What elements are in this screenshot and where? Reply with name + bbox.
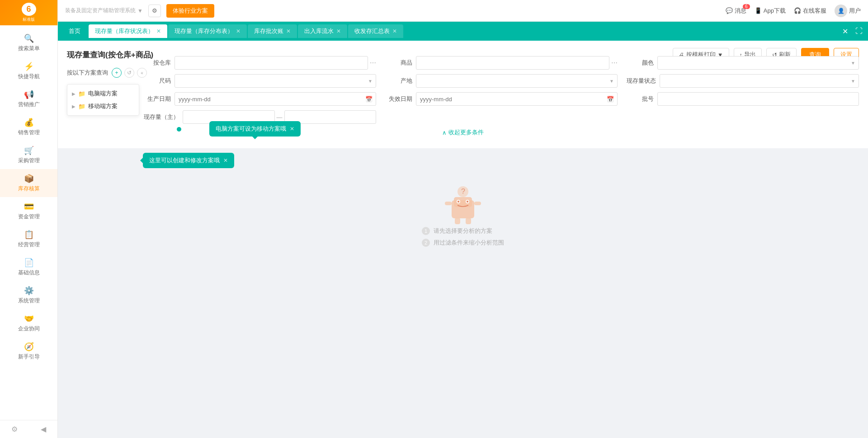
tab-close-inventory-dist[interactable]: ✕	[236, 28, 241, 34]
color-select[interactable]	[657, 56, 859, 70]
query-section: 现存量查询(按仓库+商品) 🖨 按模板打印 ▼ ↑ 导出 ↺ 刷新	[58, 41, 868, 148]
filter-main: 按仓库 ⋯ 商品 ⋯	[144, 56, 859, 124]
tab-summary[interactable]: 收发存汇总表 ✕	[348, 24, 403, 38]
filter-icon-group: + ↺ «	[112, 68, 147, 78]
tooltip2-close[interactable]: ✕	[223, 157, 228, 164]
sidebar-icon: 🤝	[24, 314, 34, 324]
expand-icon2: ▶	[72, 104, 75, 109]
mobile-icon: 📱	[755, 7, 762, 14]
tab-close-inventory-status[interactable]: ✕	[156, 28, 161, 34]
sidebar-item-营销推广[interactable]: 📢 营销推广	[0, 85, 57, 113]
warehouse-field: 按仓库 ⋯	[144, 56, 376, 70]
folder-icon2: 📁	[78, 103, 85, 110]
expire-date-input[interactable]	[416, 92, 618, 106]
refresh-scheme-btn[interactable]: ↺	[124, 68, 134, 78]
dropdown-arrow-icon: ▼	[137, 8, 143, 14]
sidebar-icon: 🔍	[24, 33, 34, 43]
page-content: 现存量查询(按仓库+商品) 🖨 按模板打印 ▼ ↑ 导出 ↺ 刷新	[58, 41, 868, 438]
sidebar-icon: 📢	[24, 89, 34, 99]
tree-item-desktop[interactable]: ▶ 📁 电脑端方案	[67, 87, 139, 100]
sidebar-item-销售管理[interactable]: 💰 销售管理	[0, 113, 57, 141]
sidebar-item-基础信息[interactable]: 📄 基础信息	[0, 253, 57, 281]
warehouse-more-icon[interactable]: ⋯	[370, 59, 376, 66]
main-area: 装备及固定资产辅助管理系统 ▼ ⚙ 体验行业方案 💬 消息 6 📱 App下载 …	[58, 0, 868, 438]
sidebar-item-新手引导[interactable]: 🧭 新手引导	[0, 337, 57, 365]
sidebar-item-快捷导航[interactable]: ⚡ 快捷导航	[0, 57, 57, 85]
empty-state: ? 1 请先选择要分析的方案 2 用过滤条件来缩小分析范围	[58, 148, 868, 285]
filter-row3: 生产日期 📅 失效日期 📅	[144, 92, 859, 106]
tab-close-all-icon[interactable]: ✕	[840, 25, 850, 38]
tab-close-summary[interactable]: ✕	[392, 28, 397, 34]
color-label: 颜色	[627, 59, 654, 67]
system-title[interactable]: 装备及固定资产辅助管理系统 ▼	[65, 7, 143, 14]
tree-item-mobile[interactable]: ▶ 📁 移动端方案	[67, 100, 139, 113]
gear-button[interactable]: ⚙	[148, 5, 161, 17]
tab-home[interactable]: 首页	[61, 24, 88, 38]
origin-field: 产地 ▼	[385, 74, 618, 88]
origin-label: 产地	[385, 77, 412, 85]
online-service-btn[interactable]: 🎧 在线客服	[794, 7, 826, 15]
tab-close-batch[interactable]: ✕	[286, 28, 291, 34]
sidebar-label: 销售管理	[18, 129, 40, 137]
empty-steps: 1 请先选择要分析的方案 2 用过滤条件来缩小分析范围	[422, 225, 504, 249]
svg-text:?: ?	[461, 188, 465, 195]
tab-inventory-batch[interactable]: 库存批次账 ✕	[248, 24, 297, 38]
warehouse-input[interactable]	[175, 56, 368, 70]
tab-inventory-status[interactable]: 现存量（库存状况表） ✕	[89, 24, 167, 38]
size-select[interactable]	[175, 74, 376, 88]
headset-icon: 🎧	[794, 7, 801, 14]
goods-more-icon[interactable]: ⋯	[611, 59, 618, 66]
produce-date-input[interactable]	[175, 92, 376, 106]
top-header: 装备及固定资产辅助管理系统 ▼ ⚙ 体验行业方案 💬 消息 6 📱 App下载 …	[58, 0, 868, 22]
tooltip-create: 这里可以创建和修改方案哦 ✕	[143, 153, 234, 168]
sidebar-label: 采购管理	[18, 157, 40, 165]
user-avatar: 👤	[835, 5, 847, 17]
sidebar-item-资金管理[interactable]: 💳 资金管理	[0, 197, 57, 225]
sidebar-label: 库存核算	[18, 185, 40, 193]
produce-date-label: 生产日期	[144, 95, 171, 103]
sidebar-icon: 📄	[24, 258, 34, 268]
sidebar-icon: ⚡	[24, 61, 34, 71]
logo-icon: 6	[22, 3, 36, 16]
add-scheme-btn[interactable]: +	[112, 68, 122, 78]
svg-rect-8	[455, 218, 460, 224]
dot-marker	[177, 127, 181, 132]
sidebar-icon: 💰	[24, 118, 34, 127]
experience-button[interactable]: 体验行业方案	[166, 4, 214, 18]
sidebar-item-库存核算[interactable]: 📦 库存核算	[0, 169, 57, 197]
tab-inout-flow[interactable]: 出入库流水 ✕	[298, 24, 347, 38]
header-left: 装备及固定资产辅助管理系统 ▼ ⚙ 体验行业方案	[65, 4, 214, 18]
tooltip1-close[interactable]: ✕	[290, 126, 294, 132]
user-area[interactable]: 👤 用户	[835, 5, 861, 17]
notification-btn[interactable]: 💬 消息 6	[726, 7, 746, 15]
sidebar-icon: ⚙️	[24, 286, 34, 296]
sidebar-item-采购管理[interactable]: 🛒 采购管理	[0, 141, 57, 169]
tab-fullscreen-icon[interactable]: ⛶	[854, 25, 864, 37]
tab-close-inout[interactable]: ✕	[336, 28, 341, 34]
page-title: 现存量查询(按仓库+商品)	[67, 50, 153, 60]
sidebar-label: 资金管理	[18, 213, 40, 221]
origin-select[interactable]	[416, 74, 618, 88]
sidebar-label: 快捷导航	[18, 73, 40, 80]
sidebar-label: 营销推广	[18, 101, 40, 108]
sidebar-icon: 📋	[24, 230, 34, 240]
color-field: 颜色 ▼	[627, 56, 859, 70]
more-conditions-toggle[interactable]: ∧ 收起更多条件	[67, 124, 859, 141]
warehouse-label: 按仓库	[144, 59, 171, 67]
expire-date-label: 失效日期	[385, 95, 412, 103]
tab-inventory-dist[interactable]: 现存量（库存分布表） ✕	[168, 24, 247, 38]
app-download-btn[interactable]: 📱 App下载	[755, 7, 786, 15]
sidebar-item-企业协同[interactable]: 🤝 企业协同	[0, 309, 57, 337]
sidebar-item-系统管理[interactable]: ⚙️ 系统管理	[0, 281, 57, 309]
settings-bottom-icon[interactable]: ⚙	[11, 425, 18, 433]
empty-illustration: ?	[440, 184, 486, 225]
batch-input[interactable]	[657, 92, 859, 106]
tooltip-scheme: 电脑方案可设为移动方案哦 ✕	[209, 121, 301, 137]
sidebar-item-经营管理[interactable]: 📋 经营管理	[0, 225, 57, 253]
stock-status-select[interactable]	[660, 74, 859, 88]
expand-icon: ▶	[72, 91, 75, 96]
filter-area: 按以下方案查询 + ↺ « 电脑方案可设为移动方案哦 ✕	[67, 68, 859, 141]
collapse-icon[interactable]: ◀	[41, 425, 46, 433]
sidebar-item-搜索菜单[interactable]: 🔍 搜索菜单	[0, 29, 57, 57]
goods-input[interactable]	[416, 56, 609, 70]
